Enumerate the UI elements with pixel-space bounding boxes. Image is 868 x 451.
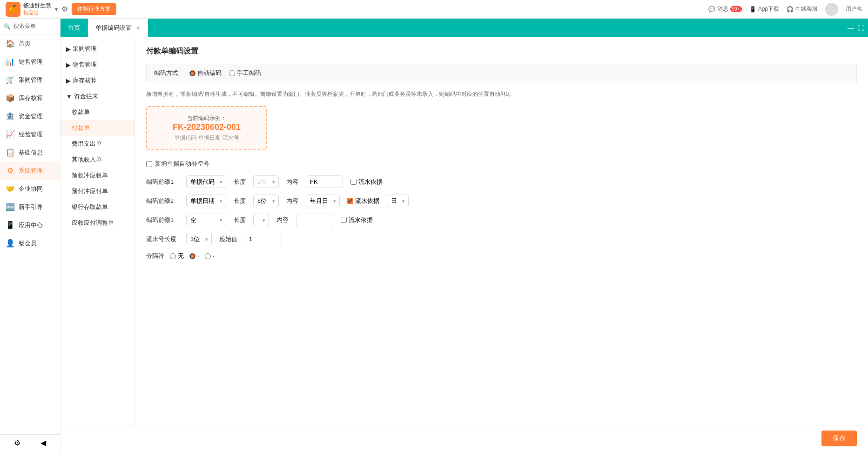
sub-group-finance-title[interactable]: ▼ 资金往来 bbox=[61, 88, 135, 104]
sidebar-item-member[interactable]: 👤 畅会员 bbox=[0, 234, 60, 252]
sub-item-expense[interactable]: 费用支出单 bbox=[61, 136, 135, 152]
length3-select[interactable] bbox=[253, 214, 269, 226]
top-bar-right: 💬 消息 99+ 📱 App下载 🎧 在线客服 用户名 bbox=[708, 3, 862, 16]
sub-item-receipt[interactable]: 收款单 bbox=[61, 104, 135, 120]
start-value-label: 起始值 bbox=[219, 235, 237, 243]
serial-length-select[interactable]: 3位 4位 5位 6位 bbox=[186, 233, 212, 245]
length2-select[interactable]: 8位 6位 4位 bbox=[253, 195, 279, 207]
sep-none-radio[interactable]: 无 bbox=[170, 252, 184, 260]
sep-none-input[interactable] bbox=[170, 253, 176, 259]
sidebar-item-basic[interactable]: 📋 基础信息 bbox=[0, 143, 60, 162]
auto-encode-radio[interactable]: 自动编码 bbox=[189, 69, 222, 77]
sub-item-prepay-recv[interactable]: 预收冲应收单 bbox=[61, 168, 135, 183]
sidebar-label-sales: 销售管理 bbox=[19, 58, 43, 66]
sub-group-sales: ▶ 销售管理 bbox=[61, 57, 135, 73]
content3-label: 内容 bbox=[276, 216, 289, 224]
length3-label: 长度 bbox=[234, 216, 246, 224]
sub-sidebar: ▶ 采购管理 ▶ 销售管理 ▶ 库存核算 bbox=[61, 37, 135, 425]
sidebar-search[interactable]: 🔍 搜索菜单 bbox=[0, 19, 60, 34]
manual-encode-label: 手工编码 bbox=[237, 69, 261, 77]
sidebar-item-operations[interactable]: 📈 经营管理 bbox=[0, 125, 60, 143]
basic-icon: 📋 bbox=[6, 148, 15, 157]
gear-button[interactable]: ⚙ bbox=[61, 5, 68, 13]
tab-close-icon[interactable]: × bbox=[136, 24, 140, 32]
sep-dash-input[interactable] bbox=[205, 253, 211, 259]
sidebar-settings-btn[interactable]: ⚙ bbox=[14, 438, 20, 447]
prefix2-select[interactable]: 单据代码 单据日期 空 部门 业务员 bbox=[186, 195, 226, 207]
sep-dot-radio[interactable]: · bbox=[189, 253, 199, 260]
serial-length-select-wrapper: 3位 4位 5位 6位 bbox=[186, 233, 212, 245]
sidebar-item-newguide[interactable]: 🆕 新手引导 bbox=[0, 198, 60, 216]
auto-encode-input[interactable] bbox=[189, 70, 195, 76]
content-area: 首页 单据编码设置 × — ⛶ ▶ 采购管理 bbox=[61, 19, 868, 451]
sub-group-inventory-title[interactable]: ▶ 库存核算 bbox=[61, 73, 135, 88]
sidebar-label-home: 首页 bbox=[19, 40, 31, 48]
sub-item-bank[interactable]: 银行存取款单 bbox=[61, 199, 135, 215]
sep-dash-radio[interactable]: · bbox=[205, 253, 215, 260]
auto-fill-checkbox[interactable] bbox=[146, 161, 152, 167]
sub-group-purchase-title[interactable]: ▶ 采购管理 bbox=[61, 41, 135, 57]
length3-select-wrapper bbox=[253, 214, 269, 226]
prefix3-select[interactable]: 单据代码 单据日期 空 部门 业务员 bbox=[186, 214, 226, 226]
sep-dot-input[interactable] bbox=[189, 253, 195, 259]
serial-unit-select[interactable]: 日 月 年 bbox=[387, 195, 409, 207]
message-item[interactable]: 💬 消息 99+ bbox=[708, 5, 742, 13]
tab-doc-encoding-label: 单据编码设置 bbox=[95, 24, 132, 32]
dropdown-button[interactable]: ▾ bbox=[55, 6, 58, 13]
finance-icon: 🏦 bbox=[6, 112, 15, 121]
trial-button[interactable]: 体验行业方案 bbox=[72, 3, 116, 15]
sales-group-label: 销售管理 bbox=[73, 61, 97, 69]
serial3-checkbox[interactable] bbox=[341, 217, 347, 223]
app-download-item[interactable]: 📱 App下载 bbox=[749, 5, 779, 13]
footer-bar: 保存 bbox=[61, 425, 868, 451]
sidebar-label-enterprise: 企业协同 bbox=[19, 185, 43, 193]
sidebar-collapse-btn[interactable]: ◀ bbox=[40, 438, 46, 447]
length1-select-wrapper: 2位 4位 6位 bbox=[253, 175, 279, 188]
online-service-item[interactable]: 🎧 在线客服 bbox=[787, 5, 818, 13]
sidebar-label-apps: 应用中心 bbox=[19, 221, 43, 229]
start-value-input[interactable] bbox=[245, 233, 282, 245]
sidebar-item-purchase[interactable]: 🛒 采购管理 bbox=[0, 71, 60, 89]
separator-row: 分隔符 无 · · bbox=[146, 252, 857, 260]
serial2-checkbox[interactable] bbox=[347, 198, 353, 204]
length1-select[interactable]: 2位 4位 6位 bbox=[253, 175, 279, 188]
expand-icon[interactable]: ⛶ bbox=[858, 24, 864, 32]
sidebar-item-finance[interactable]: 🏦 资金管理 bbox=[0, 107, 60, 125]
user-avatar bbox=[825, 3, 838, 16]
manual-encode-radio[interactable]: 手工编码 bbox=[229, 69, 261, 77]
sales-icon: 📊 bbox=[6, 57, 15, 66]
brand-name: 畅通好生意 bbox=[23, 2, 51, 10]
sidebar-item-enterprise[interactable]: 🤝 企业协同 bbox=[0, 180, 60, 198]
config-row-1: 编码前缀1 单据代码 单据日期 空 部门 业务员 长度 bbox=[146, 175, 857, 188]
inventory-expand-icon: ▶ bbox=[66, 77, 71, 84]
serial1-checkbox[interactable] bbox=[350, 179, 357, 185]
tab-doc-encoding[interactable]: 单据编码设置 × bbox=[88, 19, 148, 37]
brand-icon: 🍊 bbox=[6, 2, 20, 17]
prefix3-select-wrapper: 单据代码 单据日期 空 部门 业务员 bbox=[186, 214, 226, 226]
info-text: 新增单据时，'单据编码'自动生成，不可编辑。前缀设置为部门、业务员等档案类，开单… bbox=[146, 90, 857, 99]
sidebar-label-newguide: 新手引导 bbox=[19, 203, 43, 211]
save-button[interactable]: 保存 bbox=[821, 431, 857, 446]
tab-home-label: 首页 bbox=[68, 24, 80, 32]
download-icon: 📱 bbox=[749, 6, 756, 13]
minimize-icon[interactable]: — bbox=[848, 24, 854, 32]
tab-home[interactable]: 首页 bbox=[61, 19, 88, 37]
sidebar-item-inventory[interactable]: 📦 库存核算 bbox=[0, 89, 60, 107]
sidebar-item-sales[interactable]: 📊 销售管理 bbox=[0, 53, 60, 71]
sidebar-item-system[interactable]: ⚙ 系统管理 bbox=[0, 162, 60, 180]
sidebar-item-apps[interactable]: 📱 应用中心 bbox=[0, 216, 60, 234]
sub-item-other-income[interactable]: 其他收入单 bbox=[61, 152, 135, 168]
prefix1-select[interactable]: 单据代码 单据日期 空 部门 业务员 bbox=[186, 175, 226, 188]
sub-item-adjustment[interactable]: 应收应付调整单 bbox=[61, 215, 135, 231]
tab-bar-right: — ⛶ bbox=[844, 19, 868, 37]
sub-item-prepay-pay[interactable]: 预付冲应付单 bbox=[61, 183, 135, 199]
sidebar: 🔍 搜索菜单 🏠 首页 📊 销售管理 🛒 采购管理 📦 库存核算 🏦 资金管理 … bbox=[0, 19, 61, 451]
sub-item-payment[interactable]: 付款单 bbox=[61, 120, 135, 136]
serial2-label: 流水依据 bbox=[355, 197, 379, 205]
content3-input[interactable] bbox=[296, 214, 333, 226]
sub-group-sales-title[interactable]: ▶ 销售管理 bbox=[61, 57, 135, 73]
content1-input[interactable] bbox=[306, 175, 343, 188]
content2-select[interactable]: 年月日 年月 年 bbox=[306, 195, 340, 207]
sidebar-item-home[interactable]: 🏠 首页 bbox=[0, 34, 60, 53]
manual-encode-input[interactable] bbox=[229, 70, 235, 76]
